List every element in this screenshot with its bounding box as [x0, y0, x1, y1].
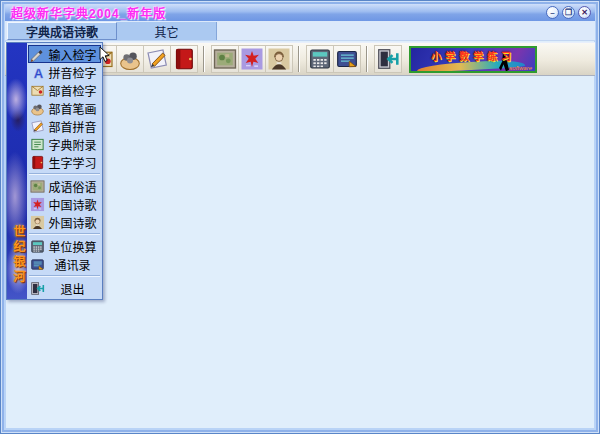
address-book-icon	[335, 47, 359, 71]
banner-text: 小学数学练习	[415, 48, 531, 63]
menu-item-idioms-sayings[interactable]: 成语俗语	[28, 177, 101, 195]
toolbar-button-address-book[interactable]	[333, 45, 361, 73]
menu-item-label: 中国诗歌	[46, 196, 99, 213]
calculator-icon	[308, 47, 332, 71]
close-button[interactable]: ✕	[578, 6, 591, 19]
menu-item-label: 通讯录	[46, 256, 99, 273]
red-book-icon	[172, 47, 196, 71]
menu-item-unit-conversion[interactable]: 单位换算	[28, 237, 101, 255]
toolbar-button-chinese-poetry[interactable]	[238, 45, 266, 73]
toolbar-button-idioms[interactable]	[211, 45, 239, 73]
app-window: 超级新华字典2004_新年版 – ❐ ✕ 字典成语诗歌 其它 小学数学练习	[0, 0, 600, 434]
menu-item-foreign-poetry[interactable]: 外国诗歌	[28, 213, 101, 231]
exit-door-icon	[376, 47, 400, 71]
menu-item-radical-pinyin[interactable]: 部首拼音	[28, 117, 101, 135]
menu-item-label: 输入检字	[46, 46, 99, 63]
brush-pen-icon	[30, 47, 46, 62]
banner-subtext: software	[509, 65, 532, 71]
red-book-icon	[30, 155, 46, 170]
menu-item-radical-lookup[interactable]: 部首检字	[28, 81, 101, 99]
menu-item-label: 拼音检字	[46, 64, 99, 81]
green-notes-icon	[30, 137, 46, 152]
toolbar-button-radical-pinyin[interactable]	[143, 45, 171, 73]
dictionary-menu-dropdown: 世纪银河 输入检字 拼音检字 部首检字 部首笔画 部首拼音	[6, 42, 103, 300]
menu-item-label: 成语俗语	[46, 178, 99, 195]
exit-door-icon	[30, 281, 46, 296]
toolbar-button-radical-strokes[interactable]	[116, 45, 144, 73]
mouse-cursor	[99, 46, 111, 64]
ad-banner[interactable]: 小学数学练习 software	[409, 46, 537, 73]
menu-item-chinese-poetry[interactable]: 中国诗歌	[28, 195, 101, 213]
garden-frame-icon	[213, 47, 237, 71]
scroll-pencil-icon	[145, 47, 169, 71]
title-bar[interactable]: 超级新华字典2004_新年版 – ❐ ✕	[5, 4, 595, 21]
window-controls: – ❐ ✕	[546, 6, 595, 19]
address-book-icon	[30, 257, 46, 272]
menu-item-list: 输入检字 拼音检字 部首检字 部首笔画 部首拼音 字典附录	[27, 43, 102, 299]
menu-item-radical-strokes[interactable]: 部首笔画	[28, 99, 101, 117]
toolbar-button-unit-conversion[interactable]	[306, 45, 334, 73]
menu-calligraphy-art: 世纪银河	[7, 43, 27, 299]
maximize-button[interactable]: ❐	[562, 6, 575, 19]
toolbar-button-exit[interactable]	[374, 45, 402, 73]
portrait-icon	[267, 47, 291, 71]
menu-bar: 字典成语诗歌 其它	[5, 21, 595, 41]
maple-leaf-icon	[30, 197, 46, 212]
hand-stones-icon	[30, 101, 46, 116]
hand-stones-icon	[118, 47, 142, 71]
menu-item-exit[interactable]: 退出	[28, 279, 101, 297]
menu-tab-other[interactable]: 其它	[117, 22, 217, 40]
maple-leaf-icon	[240, 47, 264, 71]
toolbar-button-foreign-poetry[interactable]	[265, 45, 293, 73]
menu-item-label: 外国诗歌	[46, 214, 99, 231]
scroll-pencil-icon	[30, 119, 46, 134]
toolbar-separator	[203, 46, 205, 72]
garden-frame-icon	[30, 179, 46, 194]
toolbar-separator	[298, 46, 300, 72]
menu-item-label: 部首拼音	[46, 118, 99, 135]
menu-item-address-book[interactable]: 通讯录	[28, 255, 101, 273]
calculator-icon	[30, 239, 46, 254]
minimize-button[interactable]: –	[546, 6, 559, 19]
menu-item-label: 单位换算	[46, 238, 99, 255]
window-title: 超级新华字典2004_新年版	[5, 4, 166, 21]
seal-paper-icon	[30, 83, 46, 98]
menu-item-label: 退出	[46, 280, 99, 297]
menu-separator	[29, 233, 100, 235]
menu-item-label: 部首笔画	[46, 100, 99, 117]
menu-tab-dictionary[interactable]: 字典成语诗歌	[7, 22, 117, 40]
menu-separator	[29, 173, 100, 175]
letter-a-icon	[30, 65, 46, 80]
menu-item-dictionary-appendix[interactable]: 字典附录	[28, 135, 101, 153]
toolbar-separator	[366, 46, 368, 72]
menu-item-input-lookup[interactable]: 输入检字	[28, 45, 101, 63]
portrait-icon	[30, 215, 46, 230]
menu-item-label: 部首检字	[46, 82, 99, 99]
menu-item-label: 生字学习	[46, 154, 99, 171]
menu-item-label: 字典附录	[46, 136, 99, 153]
menu-item-pinyin-lookup[interactable]: 拼音检字	[28, 63, 101, 81]
toolbar-button-new-character-study[interactable]	[170, 45, 198, 73]
menu-art-text: 世纪银河	[10, 225, 27, 285]
menu-separator	[29, 275, 100, 277]
menu-item-new-character-study[interactable]: 生字学习	[28, 153, 101, 171]
